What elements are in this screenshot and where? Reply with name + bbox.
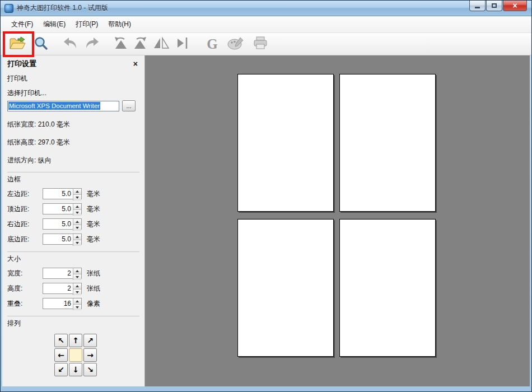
arrange-down-left-button[interactable]: ↙ [54, 363, 68, 376]
width-label: 宽度: [7, 269, 43, 278]
spin-down-button[interactable] [73, 304, 81, 310]
magnifier-icon [34, 36, 48, 52]
minimize-icon [475, 7, 480, 8]
browse-printer-button[interactable]: ... [122, 100, 136, 111]
maximize-icon [492, 3, 497, 8]
arrange-grid: ↖ ↑ ↗ ← → ↙ ↓ ↘ [54, 334, 97, 376]
app-window: 神奇大图打印软件 1.0 - 试用版 × 文件(F) 编辑(E) 打印(P) 帮… [0, 0, 532, 392]
page-1 [237, 74, 334, 212]
right-margin-unit: 毫米 [87, 220, 100, 229]
printer-icon [253, 36, 268, 52]
height-row: 高度: 2 张纸 [7, 283, 139, 294]
spin-down-button[interactable] [73, 289, 81, 295]
menu-print[interactable]: 打印(P) [71, 17, 103, 32]
page-2 [339, 74, 436, 212]
letter-g-icon: G [207, 36, 217, 52]
flip-vertical-button[interactable] [172, 35, 193, 54]
bottom-margin-label: 底边距: [7, 235, 43, 244]
left-margin-spinner[interactable]: 5.0 [43, 188, 82, 199]
arrange-center-cell[interactable] [69, 348, 82, 362]
spin-up-button[interactable] [73, 234, 81, 240]
redo-icon [85, 37, 99, 51]
top-margin-spinner[interactable]: 5.0 [43, 203, 82, 214]
arrange-down-button[interactable]: ↓ [69, 363, 82, 376]
page-3 [237, 219, 334, 357]
panel-title: 打印设置 [7, 59, 36, 69]
bottom-margin-value: 5.0 [43, 234, 73, 244]
rotate-right-icon [133, 36, 148, 52]
right-margin-label: 右边距: [7, 220, 43, 229]
paper-height-row: 纸张高度: 297.0 毫米 [7, 138, 139, 147]
printer-name-value: Microsoft XPS Document Writer [8, 102, 100, 110]
right-margin-spinner[interactable]: 5.0 [43, 218, 82, 230]
maximize-button[interactable] [486, 1, 502, 11]
title-bar[interactable]: 神奇大图打印软件 1.0 - 试用版 × [1, 1, 531, 16]
arrange-up-right-button[interactable]: ↗ [83, 334, 97, 347]
window-controls: × [469, 1, 527, 11]
rotate-left-icon [113, 36, 128, 52]
spin-up-button[interactable] [73, 204, 81, 209]
overlap-label: 重叠: [7, 299, 43, 309]
menu-help[interactable]: 帮助(H) [103, 17, 136, 32]
zoom-button[interactable] [30, 35, 52, 54]
palette-icon [227, 36, 244, 52]
arrange-down-right-button[interactable]: ↘ [83, 363, 97, 376]
paper-width-value: 210.0 毫米 [38, 120, 70, 128]
separator [7, 172, 139, 172]
color-palette-button[interactable] [223, 35, 248, 54]
menu-edit[interactable]: 编辑(E) [38, 17, 71, 32]
undo-button[interactable] [60, 35, 81, 54]
redo-button[interactable] [81, 35, 102, 54]
close-button[interactable]: × [503, 1, 527, 11]
spin-down-button[interactable] [73, 274, 81, 280]
paper-height-label: 纸张高度: [7, 138, 36, 146]
paper-width-row: 纸张宽度: 210.0 毫米 [7, 120, 139, 129]
arrange-up-button[interactable]: ↑ [69, 334, 82, 347]
top-margin-label: 顶边距: [7, 204, 43, 214]
spin-up-button[interactable] [73, 298, 81, 304]
rotate-right-button[interactable] [130, 35, 151, 54]
paper-height-value: 297.0 毫米 [38, 138, 70, 146]
arrange-left-button[interactable]: ← [54, 348, 68, 362]
spin-down-button[interactable] [73, 240, 81, 246]
flip-horizontal-button[interactable] [151, 35, 172, 54]
flip-vertical-icon [175, 37, 190, 51]
margins-section-title: 边框 [7, 175, 139, 184]
menu-file[interactable]: 文件(F) [6, 17, 38, 32]
left-margin-label: 左边距: [7, 189, 43, 199]
print-button[interactable] [248, 35, 273, 54]
spin-up-button[interactable] [73, 219, 81, 225]
overlap-value: 16 [43, 298, 73, 309]
print-settings-panel: 打印设置 × 打印机 选择打印机... Microsoft XPS Docume… [2, 55, 145, 386]
flip-horizontal-icon [153, 37, 169, 51]
panel-close-button[interactable]: × [132, 59, 139, 68]
undo-icon [63, 37, 78, 51]
spin-down-button[interactable] [73, 194, 81, 200]
width-spinner[interactable]: 2 [43, 268, 82, 279]
feed-direction-row: 进纸方向: 纵向 [7, 156, 139, 165]
spin-up-button[interactable] [73, 283, 81, 289]
open-file-button[interactable] [5, 35, 30, 54]
menu-bar: 文件(F) 编辑(E) 打印(P) 帮助(H) [1, 16, 531, 33]
printer-section-label: 打印机 [7, 74, 139, 83]
spin-up-button[interactable] [73, 189, 81, 194]
spin-up-button[interactable] [73, 268, 81, 274]
toolbar: G [1, 33, 531, 55]
bottom-margin-spinner[interactable]: 5.0 [43, 234, 82, 245]
feed-direction-label: 进纸方向: [7, 156, 36, 164]
arrange-up-left-button[interactable]: ↖ [54, 334, 68, 347]
page-4 [339, 219, 436, 357]
overlap-spinner[interactable]: 16 [43, 298, 82, 309]
arrange-right-button[interactable]: → [83, 348, 97, 362]
grayscale-button[interactable]: G [201, 35, 223, 54]
rotate-left-button[interactable] [110, 35, 130, 54]
minimize-button[interactable] [469, 1, 486, 11]
printer-name-input[interactable]: Microsoft XPS Document Writer [7, 101, 119, 111]
left-margin-row: 左边距: 5.0 毫米 [7, 188, 139, 199]
height-label: 高度: [7, 284, 43, 293]
spin-down-button[interactable] [73, 225, 81, 231]
overlap-row: 重叠: 16 像素 [7, 298, 139, 309]
bottom-margin-unit: 毫米 [87, 235, 100, 244]
spin-down-button[interactable] [73, 209, 81, 216]
height-spinner[interactable]: 2 [43, 283, 82, 294]
